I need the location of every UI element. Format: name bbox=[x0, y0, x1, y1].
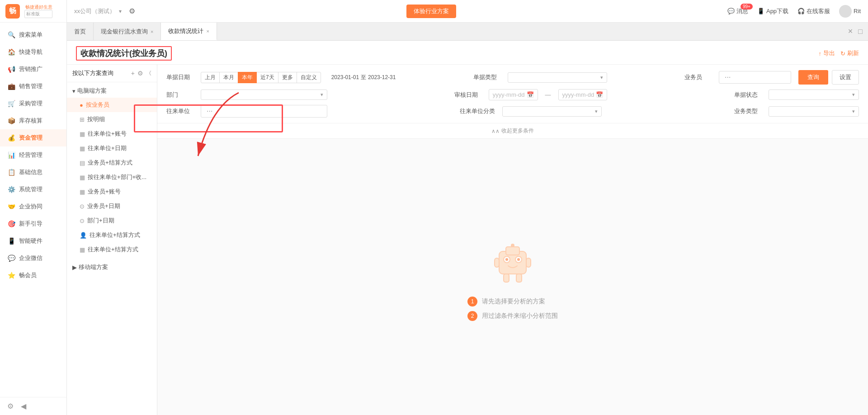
dept-select[interactable]: ▾ bbox=[201, 90, 327, 100]
scheme-item-staff-account[interactable]: ▦ 业务员+账号 bbox=[67, 184, 157, 199]
header-settings-icon[interactable]: ⚙ bbox=[129, 7, 135, 15]
filter-row-1: 单据日期 上月 本月 本年 近7天 更多 自定义 2023-01-01 bbox=[166, 70, 859, 85]
scheme-item-partner-account[interactable]: ▦ 往来单位+账号 bbox=[67, 127, 157, 141]
scheme-group-mobile-header[interactable]: ▶ 移动端方案 bbox=[67, 260, 157, 274]
table2-icon: ▦ bbox=[80, 145, 85, 152]
clock-icon: ⊙ bbox=[80, 203, 85, 210]
export-button[interactable]: ↑ 导出 bbox=[819, 49, 835, 57]
scheme-item-staff-date[interactable]: ⊙ 业务员+日期 bbox=[67, 199, 157, 213]
scheme-group-pc-header[interactable]: ▾ 电脑端方案 bbox=[67, 84, 157, 98]
date-to: 2023-12-31 bbox=[368, 74, 396, 80]
online-service-item[interactable]: 🎧 在线客服 bbox=[797, 7, 830, 15]
sidebar-item-enterprise[interactable]: 🤝 企业协同 bbox=[0, 198, 66, 215]
logo-name: 畅捷通好生意 bbox=[25, 4, 52, 10]
voucher-status-select[interactable]: ▾ bbox=[769, 90, 859, 100]
logo-tag: 标准版 bbox=[24, 10, 52, 18]
partner-more-icon[interactable]: ··· bbox=[207, 107, 212, 115]
step-1-num: 1 bbox=[467, 297, 477, 307]
refresh-button[interactable]: ↻ 刷新 bbox=[840, 49, 859, 57]
sidebar-item-search[interactable]: 🔍 搜索菜单 bbox=[0, 26, 66, 43]
date-tab-custom[interactable]: 自定义 bbox=[297, 72, 321, 83]
scheme-item-partner-settle2[interactable]: ▦ 往来单位+结算方式 bbox=[67, 242, 157, 257]
sidebar-item-basicinfo[interactable]: 📋 基础信息 bbox=[0, 164, 66, 181]
step-2-num: 2 bbox=[467, 311, 477, 321]
tab-bar: 首页 现金银行流水查询 × 收款情况统计 × × □ bbox=[67, 23, 868, 41]
tab-receipt-close[interactable]: × bbox=[206, 28, 209, 34]
window-close-icon[interactable]: × bbox=[848, 27, 853, 36]
filter-row-3: 往来单位 ··· 往来单位分类 ▾ bbox=[166, 105, 859, 118]
collapse-footer-icon[interactable]: ◀‌‌ bbox=[21, 402, 26, 410]
table5-icon: ▦ bbox=[80, 246, 85, 253]
settings-footer-icon[interactable]: ⚙ bbox=[7, 402, 14, 410]
sidebar-item-guide[interactable]: 🎯 新手引导 bbox=[0, 215, 66, 232]
scheme-item-label: 部门+日期 bbox=[87, 217, 114, 225]
sidebar-item-marketing[interactable]: 📢 营销推广 bbox=[0, 61, 66, 78]
tab-bank-close[interactable]: × bbox=[151, 29, 153, 34]
left-panel: 按以下方案查询 + ⚙ 《 ▾ 电脑端方案 ● 按业务员 bbox=[67, 65, 157, 415]
sidebar-item-purchase[interactable]: 🛒 采购管理 bbox=[0, 95, 66, 112]
app-download-label: App下载 bbox=[766, 7, 788, 15]
filter-actions: 查询 设置 bbox=[798, 70, 859, 85]
add-scheme-icon[interactable]: + bbox=[131, 70, 135, 77]
sidebar-item-system[interactable]: ⚙️ 系统管理 bbox=[0, 181, 66, 198]
trial-button[interactable]: 体验行业方案 bbox=[406, 5, 456, 18]
partner-select[interactable]: ··· bbox=[201, 105, 327, 118]
scheme-item-partner-dept[interactable]: ▦ 按往来单位+部门+收... bbox=[67, 170, 157, 184]
audit-date-to[interactable]: yyyy-mm-dd 📅 bbox=[558, 89, 608, 100]
sidebar-item-inventory[interactable]: 📦 库存核算 bbox=[0, 112, 66, 129]
scheme-settings-icon[interactable]: ⚙ bbox=[137, 70, 143, 77]
audit-date-from[interactable]: yyyy-mm-dd 📅 bbox=[489, 89, 538, 100]
calendar-icon[interactable]: 📅 bbox=[527, 91, 534, 98]
svg-point-6 bbox=[517, 258, 520, 261]
voucher-type-select[interactable]: ▾ bbox=[508, 72, 607, 83]
messages-item[interactable]: 💬 消息 99+ bbox=[727, 7, 748, 15]
window-max-icon[interactable]: □ bbox=[858, 28, 863, 36]
sidebar-item-operations[interactable]: 📊 经营管理 bbox=[0, 146, 66, 164]
sidebar-item-label: 销售管理 bbox=[19, 82, 42, 90]
partner-category-select[interactable]: ▾ bbox=[502, 106, 602, 117]
scheme-item-by-detail[interactable]: ⊞ 按明细 bbox=[67, 112, 157, 127]
tab-home[interactable]: 首页 bbox=[67, 23, 94, 40]
date-tab-this-year[interactable]: 本年 bbox=[238, 72, 257, 83]
date-tab-7days[interactable]: 近7天 bbox=[256, 72, 278, 83]
staff-more-icon[interactable]: ··· bbox=[725, 73, 731, 81]
tab-bank-label: 现金银行流水查询 bbox=[101, 28, 148, 36]
date-range: 2023-01-01 至 2023-12-31 bbox=[331, 74, 396, 81]
table4-icon: ▦ bbox=[80, 189, 85, 195]
chart-icon: ▤ bbox=[80, 160, 85, 166]
query-button[interactable]: 查询 bbox=[798, 70, 828, 85]
tab-receipt[interactable]: 收款情况统计 × bbox=[161, 23, 217, 40]
calendar2-icon[interactable]: 📅 bbox=[596, 91, 603, 98]
voucher-type-label: 单据类型 bbox=[473, 73, 500, 81]
scheme-item-partner-date[interactable]: ▦ 往来单位+日期 bbox=[67, 141, 157, 156]
business-type-select[interactable]: ▾ bbox=[769, 106, 859, 117]
dropdown-icon[interactable]: ▾ bbox=[119, 8, 122, 14]
chevron-down-icon: ▾ bbox=[72, 88, 75, 94]
tab-bank[interactable]: 现金银行流水查询 × bbox=[94, 23, 161, 40]
user-label: Rit bbox=[854, 8, 861, 14]
sidebar-item-quicknav[interactable]: 🏠 快捷导航 bbox=[0, 43, 66, 61]
collapse-panel-icon[interactable]: 《 bbox=[146, 70, 151, 77]
date-tab-more[interactable]: 更多 bbox=[278, 72, 297, 83]
sidebar-item-wechat[interactable]: 💬 企业微信 bbox=[0, 250, 66, 267]
message-icon: 💬 bbox=[727, 8, 735, 14]
settings-button[interactable]: 设置 bbox=[832, 70, 859, 85]
sidebar-item-label: 新手引导 bbox=[19, 220, 42, 228]
sidebar-item-member[interactable]: ⭐ 畅会员 bbox=[0, 267, 66, 284]
staff-select[interactable]: ··· bbox=[719, 71, 791, 84]
sidebar-item-hardware[interactable]: 📱 智能硬件 bbox=[0, 232, 66, 250]
scheme-item-partner-settle1[interactable]: 👤 往来单位+结算方式 bbox=[67, 228, 157, 242]
scheme-item-by-staff[interactable]: ● 按业务员 bbox=[67, 98, 157, 112]
date-tab-this-month[interactable]: 本月 bbox=[219, 72, 238, 83]
collapse-bar[interactable]: ∧∧ 收起更多条件 bbox=[157, 123, 868, 139]
scheme-item-dept-date[interactable]: ⊙ 部门+日期 bbox=[67, 213, 157, 228]
operations-icon: 📊 bbox=[7, 151, 15, 159]
date-tab-last-month[interactable]: 上月 bbox=[201, 72, 220, 83]
empty-area: 1 请先选择要分析的方案 2 用过滤条件来缩小分析范围 bbox=[157, 139, 868, 415]
home-tab-label: 首页 bbox=[74, 28, 86, 36]
sidebar-item-finance[interactable]: 💰 资金管理 bbox=[0, 129, 66, 146]
scheme-item-staff-settle[interactable]: ▤ 业务员+结算方式 bbox=[67, 156, 157, 170]
app-download-item[interactable]: 📱 App下载 bbox=[757, 7, 788, 15]
user-item[interactable]: Rit bbox=[839, 5, 861, 18]
sidebar-item-sales[interactable]: 💼 销售管理 bbox=[0, 78, 66, 95]
